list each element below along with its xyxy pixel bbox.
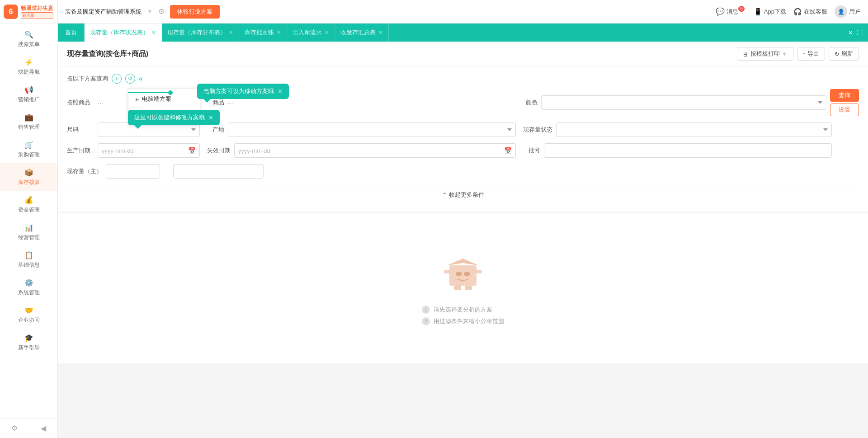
tooltip2-arrow bbox=[134, 125, 142, 129]
finance-icon: 💰 bbox=[24, 195, 33, 204]
batch-label: 批号 bbox=[523, 146, 540, 155]
stock-status-select[interactable] bbox=[556, 122, 832, 137]
tooltip1-arrow bbox=[203, 99, 211, 103]
settings-button[interactable]: 设置 bbox=[830, 104, 859, 116]
logo-icon: 6 bbox=[4, 5, 18, 19]
filter-back-button[interactable]: « bbox=[139, 75, 143, 83]
expire-date-placeholder: yyyy-mm-dd bbox=[238, 147, 270, 154]
tip-num-2: 2 bbox=[422, 317, 430, 325]
sidebar-item-cooperation[interactable]: 🤝 企业协同 bbox=[0, 301, 57, 329]
expire-date-input[interactable]: yyyy-mm-dd 📅 bbox=[234, 143, 516, 158]
sidebar-item-sales[interactable]: 💼 销售管理 bbox=[0, 108, 57, 136]
query-button[interactable]: 查询 bbox=[830, 89, 859, 102]
sidebar-item-search[interactable]: 🔍 搜索菜单 bbox=[0, 25, 57, 53]
app-download-button[interactable]: 📱 App下载 bbox=[754, 8, 786, 16]
empty-illustration bbox=[440, 250, 486, 295]
refresh-button[interactable]: ↻ 刷新 bbox=[829, 47, 859, 61]
print-button[interactable]: 🖨 按模板打印 ▼ bbox=[737, 47, 793, 61]
stock-max-input[interactable] bbox=[173, 164, 264, 179]
topbar-divider: ▼ bbox=[147, 8, 153, 15]
tutorial-icon: 🎓 bbox=[24, 333, 33, 342]
sidebar-item-inventory[interactable]: 📦 库存核算 bbox=[0, 163, 57, 191]
print-dropdown-icon: ▼ bbox=[782, 51, 788, 57]
tooltip1-close-icon[interactable]: ✕ bbox=[278, 88, 283, 95]
stock-status-label: 现存量状态 bbox=[523, 126, 552, 134]
main-area: 装备及固定资产辅助管理系统 ▼ ⚙ 体验行业方案 💬 消息 9 📱 App下载 … bbox=[58, 0, 868, 438]
filter-cell-goods: 商品 ··· bbox=[207, 99, 520, 107]
prod-date-placeholder: yyyy-mm-dd bbox=[102, 147, 134, 154]
sidebar-item-quicknav[interactable]: ⚡ 快捷导航 bbox=[0, 53, 57, 80]
stock-range-dash: — bbox=[164, 168, 170, 175]
settings-bottom-icon[interactable]: ⚙ bbox=[11, 424, 18, 433]
collapse-sidebar-icon[interactable]: ◀ bbox=[41, 424, 46, 433]
tooltip1-text: 电脑方案可设为移动方案哦 bbox=[203, 87, 274, 95]
sidebar-item-operations[interactable]: 📊 经营管理 bbox=[0, 218, 57, 246]
svg-rect-5 bbox=[476, 270, 482, 273]
scheme-desktop-item[interactable]: ▶ 电脑端方案 bbox=[128, 91, 200, 107]
print-icon: 🖨 bbox=[743, 51, 749, 57]
tab-inout-flow[interactable]: 出入库流水 ✕ bbox=[287, 24, 335, 42]
svg-rect-4 bbox=[444, 270, 450, 273]
tab-home[interactable]: 首页 bbox=[58, 24, 85, 42]
message-icon: 💬 bbox=[716, 7, 725, 16]
export-icon: ↑ bbox=[803, 51, 806, 57]
purchase-icon: 🛒 bbox=[24, 140, 33, 149]
sidebar-item-system[interactable]: ⚙️ 系统管理 bbox=[0, 273, 57, 301]
warehouse-dots[interactable]: ··· bbox=[98, 99, 104, 106]
export-button[interactable]: ↑ 导出 bbox=[797, 47, 826, 61]
filter-area: 按以下方案查询 + ↺ « ▶ 电脑端方案 ▶ 移动端方案 电脑方案可设为移动方… bbox=[58, 66, 868, 212]
industry-plan-button[interactable]: 体验行业方案 bbox=[170, 5, 220, 19]
expire-date-cal-icon: 📅 bbox=[504, 147, 512, 154]
topbar-settings-icon[interactable]: ⚙ bbox=[158, 7, 165, 16]
filter-row-4: 现存量（主） — bbox=[67, 164, 859, 179]
sidebar-item-tutorial[interactable]: 🎓 新手引导 bbox=[0, 329, 57, 356]
tooltip-create-scheme: 这里可以创建和修改方案哦 ✕ bbox=[128, 110, 220, 125]
collapse-btn[interactable]: ⌃ 收起更多条件 bbox=[435, 189, 491, 201]
filter-add-button[interactable]: + bbox=[112, 74, 122, 84]
empty-state: 1 请先选择要分析的方案 2 用过滤条件来缩小分析范围 bbox=[58, 213, 868, 363]
goods-dots[interactable]: ··· bbox=[228, 99, 234, 106]
tip-num-1: 1 bbox=[422, 306, 430, 314]
stock-min-input[interactable] bbox=[106, 164, 160, 179]
mobile-icon: 📱 bbox=[754, 8, 762, 16]
tooltip2-text: 这里可以创建和修改方案哦 bbox=[134, 113, 205, 122]
sidebar-item-purchase[interactable]: 🛒 采购管理 bbox=[0, 136, 57, 163]
tab-batch-account[interactable]: 库存批次账 ✕ bbox=[239, 24, 287, 42]
warehouse-field-label: 按照商品 bbox=[67, 99, 94, 107]
tab2-close-icon[interactable]: ✕ bbox=[229, 29, 233, 36]
filter-reset-button[interactable]: ↺ bbox=[125, 74, 135, 84]
indicator-line bbox=[128, 92, 168, 93]
sidebar-item-marketing[interactable]: 📢 营销推广 bbox=[0, 80, 57, 108]
tab-close-all-icon[interactable]: ✕ bbox=[848, 29, 853, 36]
online-service-button[interactable]: 🎧 在线客服 bbox=[793, 8, 827, 16]
tab3-close-icon[interactable]: ✕ bbox=[277, 29, 281, 36]
system-name: 装备及固定资产辅助管理系统 bbox=[65, 8, 142, 16]
tooltip2-close-icon[interactable]: ✕ bbox=[208, 114, 213, 121]
sidebar-item-finance[interactable]: 💰 资金管理 bbox=[0, 191, 57, 218]
system-icon: ⚙️ bbox=[24, 278, 33, 287]
page-header-actions: 🖨 按模板打印 ▼ ↑ 导出 ↻ 刷新 bbox=[737, 47, 859, 66]
tab5-close-icon[interactable]: ✕ bbox=[378, 29, 383, 36]
color-select[interactable] bbox=[541, 95, 826, 110]
tab-stock-summary[interactable]: 收发存汇总表 ✕ bbox=[335, 24, 389, 42]
user-button[interactable]: 👤 用户 bbox=[835, 5, 861, 18]
tab-expand-icon[interactable]: ⛶ bbox=[857, 29, 863, 36]
sidebar-item-basics[interactable]: 📋 基础信息 bbox=[0, 246, 57, 273]
tab-stock-distribution[interactable]: 现存量（库存分布表） ✕ bbox=[162, 24, 239, 42]
svg-marker-1 bbox=[447, 259, 479, 265]
svg-rect-2 bbox=[456, 272, 462, 276]
page-title: 现存量查询(按仓库+商品) bbox=[67, 49, 148, 64]
prod-date-input[interactable]: yyyy-mm-dd 📅 bbox=[98, 143, 200, 158]
origin-select[interactable] bbox=[228, 122, 516, 137]
tab1-close-icon[interactable]: ✕ bbox=[151, 29, 156, 36]
prod-date-label: 生产日期 bbox=[67, 146, 94, 155]
batch-input[interactable] bbox=[544, 143, 832, 158]
collapse-icon: ⌃ bbox=[442, 192, 447, 198]
page-content: 现存量查询(按仓库+商品) 🖨 按模板打印 ▼ ↑ 导出 ↻ 刷新 bbox=[58, 42, 868, 438]
tooltip-desktop-scheme: 电脑方案可设为移动方案哦 ✕ bbox=[197, 84, 289, 99]
tab-stock-status[interactable]: 现存量（库存状况表） ✕ bbox=[85, 24, 162, 42]
avatar-placeholder: 👤 bbox=[838, 9, 844, 15]
tab4-close-icon[interactable]: ✕ bbox=[325, 29, 329, 36]
message-button[interactable]: 💬 消息 9 bbox=[716, 7, 746, 16]
svg-rect-6 bbox=[454, 286, 461, 290]
